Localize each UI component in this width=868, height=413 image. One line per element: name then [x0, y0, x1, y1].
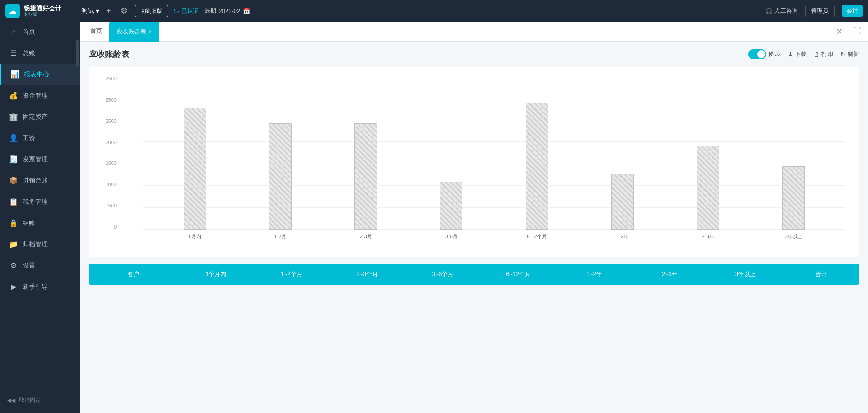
sidebar-label-funds: 资金管理	[23, 92, 48, 100]
sidebar-label-payroll: 工资	[23, 134, 35, 142]
bar[interactable]	[526, 103, 548, 230]
sidebar-icon-closing: 🔒	[9, 219, 18, 227]
bar[interactable]	[269, 123, 292, 230]
sidebar-label-reports: 报表中心	[24, 70, 49, 79]
tab-active-label: 应收账龄表	[117, 28, 146, 36]
y-axis-label: 0	[114, 224, 117, 230]
bar-group	[494, 76, 580, 230]
tab-close-icon[interactable]: ×	[149, 28, 152, 35]
sidebar-item-ledger[interactable]: ☰ 总账	[0, 42, 80, 64]
support-label: 人工咨询	[774, 7, 798, 15]
certified-badge: 🛡 已认证	[174, 7, 199, 15]
content-area: 首页 应收账龄表 × ✕ ⛶ 应收账龄表 图表	[80, 22, 868, 413]
table-header-cell: 2~3年	[632, 264, 708, 285]
chart-toggle-label: 图表	[748, 49, 781, 59]
download-label: 下载	[795, 50, 807, 58]
table-header-cell: 2~3个月	[329, 264, 405, 285]
cancel-fixed-label: 取消固定	[19, 396, 41, 404]
bar[interactable]	[697, 146, 719, 230]
bar[interactable]	[184, 108, 206, 230]
sidebar-item-payroll[interactable]: 👤 工资	[0, 127, 80, 149]
unpin-icon: ◀◀	[7, 397, 15, 404]
sidebar-item-invoice[interactable]: 🧾 发票管理	[0, 149, 80, 170]
x-axis-label: 2-3年	[665, 233, 751, 240]
sidebar-label-home: 首页	[23, 28, 35, 36]
print-icon: 🖨	[814, 51, 820, 58]
download-icon: ⬇	[788, 51, 793, 58]
switch-version-button[interactable]: 切到旧版	[135, 5, 168, 17]
page-header: 应收账龄表 图表 ⬇ 下载 🖨 打印 ↻	[89, 49, 859, 60]
x-axis-label: 3年以上	[751, 233, 836, 240]
calendar-icon[interactable]: 📅	[243, 8, 250, 14]
tab-home[interactable]: 首页	[83, 22, 109, 42]
print-label: 打印	[821, 50, 833, 58]
table-header-cell: 1~2个月	[254, 264, 329, 285]
sidebar-item-funds[interactable]: 💰 资金管理	[0, 85, 80, 106]
table-header-cell: 3~6个月	[405, 264, 481, 285]
sidebar-item-assets[interactable]: 🏢 固定资产	[0, 106, 80, 127]
sidebar-item-inventory[interactable]: 📦 进销台账	[0, 170, 80, 191]
dropdown-icon: ▾	[96, 7, 99, 14]
page-title: 应收账龄表	[89, 49, 129, 60]
table-header-cell: 1~2年	[557, 264, 632, 285]
y-axis-label: 2500	[106, 97, 117, 103]
settings-icon[interactable]: ⚙	[118, 4, 129, 18]
period-value: 2023-02	[219, 8, 241, 14]
sidebar-label-inventory: 进销台账	[23, 177, 48, 185]
bar[interactable]	[354, 123, 377, 230]
y-axis-label: 500	[108, 203, 117, 208]
x-axis-label: 6-12个月	[494, 233, 580, 240]
tab-receivables[interactable]: 应收账龄表 ×	[109, 22, 159, 42]
x-axis-label: 1-2月	[237, 233, 323, 240]
user-button[interactable]: 管理员	[805, 5, 835, 17]
refresh-button[interactable]: ↻ 刷新	[840, 50, 859, 58]
bar-group	[409, 76, 494, 230]
x-axis-label: 3-6月	[409, 233, 494, 240]
scrollbar-thumb[interactable]	[76, 40, 79, 67]
y-axis-label: 2000	[106, 140, 117, 145]
sidebar-item-newbie[interactable]: ▶ 新手引导	[0, 276, 80, 297]
sidebar-icon-invoice: 🧾	[9, 155, 18, 164]
bar-group	[751, 76, 836, 230]
bar-group	[580, 76, 665, 230]
bar-group	[237, 76, 323, 230]
sidebar-footer: ◀◀ 取消固定	[0, 387, 80, 413]
sidebar-item-closing[interactable]: 🔒 结账	[0, 212, 80, 234]
tab-close-button[interactable]: ✕	[832, 24, 846, 39]
sidebar-label-tax: 税务管理	[23, 198, 48, 206]
workspace-selector[interactable]: 测试 ▾	[81, 7, 99, 15]
bars-row	[143, 76, 845, 230]
y-axis-label: 1000	[106, 182, 117, 187]
download-button[interactable]: ⬇ 下载	[788, 50, 807, 58]
page-actions: 图表 ⬇ 下载 🖨 打印 ↻ 刷新	[748, 49, 859, 59]
bar[interactable]	[440, 182, 462, 230]
topbar: ☁ 畅捷通好会计 专业版 测试 ▾ + ⚙ 切到旧版 🛡 已认证 账期 2023…	[0, 0, 868, 22]
tab-home-label: 首页	[90, 27, 102, 35]
tab-expand-button[interactable]: ⛶	[850, 24, 864, 39]
sidebar-item-settings[interactable]: ⚙ 设置	[0, 255, 80, 276]
y-axis-label: 2500	[106, 76, 117, 81]
y-axis-label: 1500	[106, 160, 117, 166]
sidebar-label-closing: 结账	[23, 219, 35, 227]
data-table: 客户1个月内1~2个月2~3个月3~6个月6~12个月1~2年2~3年3年以上合…	[89, 264, 859, 285]
bar[interactable]	[782, 166, 805, 230]
chart-toggle-switch[interactable]	[748, 49, 766, 59]
role-badge[interactable]: 会计	[842, 5, 863, 17]
sidebar-label-assets: 固定资产	[23, 113, 48, 121]
certified-text: 已认证	[181, 7, 199, 15]
cancel-fixed-button[interactable]: ◀◀ 取消固定	[0, 392, 80, 408]
sidebar-item-archive[interactable]: 📁 归档管理	[0, 234, 80, 255]
print-button[interactable]: 🖨 打印	[814, 50, 833, 58]
sidebar-item-home[interactable]: ⌂ 首页	[0, 22, 80, 42]
sidebar-item-tax[interactable]: 📋 税务管理	[0, 191, 80, 212]
sidebar-icon-ledger: ☰	[9, 49, 18, 57]
bar-group	[152, 76, 237, 230]
toggle-text: 图表	[769, 50, 781, 58]
support-button[interactable]: 🎧 人工咨询	[765, 7, 798, 15]
bar-group	[665, 76, 751, 230]
refresh-icon: ↻	[840, 51, 845, 58]
sidebar-item-reports[interactable]: 📊 报表中心	[0, 64, 80, 85]
bar[interactable]	[611, 174, 634, 230]
app-name: 畅捷通好会计	[24, 5, 61, 12]
add-icon[interactable]: +	[104, 5, 113, 18]
